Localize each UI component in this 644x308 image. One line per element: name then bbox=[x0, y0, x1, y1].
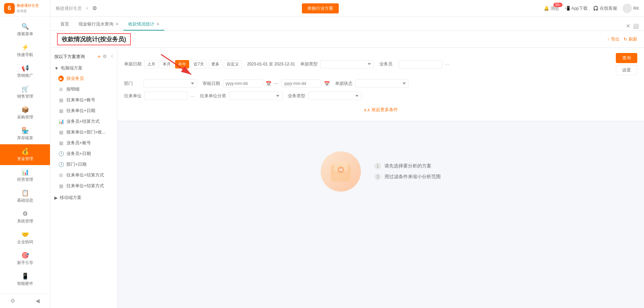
basic-icon: 📋 bbox=[21, 189, 29, 197]
collapse-filter-btn[interactable]: ∧∧ 收起更多条件 bbox=[124, 104, 637, 115]
query-btn[interactable]: 查询 bbox=[616, 53, 637, 63]
filter-partner-label: 往来单位 bbox=[124, 93, 142, 99]
filter-partner-cat-label: 往来单位分类 bbox=[200, 93, 226, 99]
tree-item-dept-date[interactable]: 🕐 部门+日期 bbox=[50, 159, 117, 170]
finance-icon: 💰 bbox=[21, 148, 29, 155]
tab-close-all[interactable]: ✕ bbox=[626, 23, 630, 29]
filter-salesman-input[interactable] bbox=[399, 60, 442, 68]
sidebar-item-basic[interactable]: 📋 基础信息 bbox=[0, 186, 50, 207]
filter-partner-item: 往来单位 ··· bbox=[124, 92, 195, 100]
sidebar-item-sales[interactable]: 🛒 销售管理 bbox=[0, 82, 50, 103]
sidebar-footer: ⚙ ◀ bbox=[0, 293, 50, 308]
item-by-salesman-label: 按业务员 bbox=[66, 75, 84, 82]
topbar-gear-icon[interactable]: ⚙ bbox=[92, 5, 97, 11]
sidebar-item-marketing[interactable]: 📢 营销推广 bbox=[0, 61, 50, 82]
sidebar-item-hardware[interactable]: 📱 智能硬件 bbox=[0, 269, 50, 290]
sidebar-item-inventory[interactable]: 🏪 库存核算 bbox=[0, 123, 50, 144]
tab-bank-close[interactable]: ✕ bbox=[115, 22, 119, 27]
item-by-detail-label: 按明细 bbox=[66, 86, 79, 92]
tree-item-salesman-payment[interactable]: 📊 业务员+结算方式 bbox=[50, 116, 117, 127]
filter-doc-status-label: 单据状态 bbox=[335, 81, 353, 87]
item-unit-account-label: 往来单位+账号 bbox=[66, 97, 95, 103]
filter-salesman-more[interactable]: ··· bbox=[445, 61, 449, 67]
date-dash: — bbox=[274, 81, 278, 86]
tab-receipt-close[interactable]: ✕ bbox=[156, 22, 160, 27]
filter-partner-more[interactable]: ··· bbox=[191, 93, 195, 99]
sidebar-item-guide[interactable]: 🎯 新手引导 bbox=[0, 248, 50, 269]
filter-audit-from[interactable] bbox=[223, 80, 263, 88]
settings-btn[interactable]: 设置 bbox=[616, 65, 637, 75]
sidebar-item-enterprise[interactable]: 🤝 企业协同 bbox=[0, 227, 50, 248]
sidebar-item-quicknav[interactable]: ⚡ 快捷导航 bbox=[0, 40, 50, 61]
tree-item-unit-payment1[interactable]: ⊞ 往来单位+结算方式 bbox=[50, 170, 117, 181]
user-area[interactable]: Rit bbox=[623, 4, 639, 13]
date-btn-last-month[interactable]: 上月 bbox=[144, 60, 158, 68]
tree-section-pc-title[interactable]: ▼ 电脑端方案 bbox=[50, 63, 117, 73]
sidebar-settings-btn[interactable]: ⚙ bbox=[10, 298, 15, 304]
tab-bank-label: 现金银行流水查询 bbox=[78, 21, 113, 27]
panel-header: 按以下方案查询 + ⚙ 《 bbox=[50, 52, 117, 63]
date-btn-this-month[interactable]: 本月 bbox=[160, 60, 174, 68]
add-scheme-btn[interactable]: + bbox=[98, 54, 101, 60]
empty-text-area: 1 请先选择要分析的方案 2 用过滤条件来缩小分析范围 bbox=[374, 163, 441, 180]
message-btn[interactable]: 🔔 消息 99+ bbox=[544, 5, 559, 11]
filter-dept-select[interactable] bbox=[144, 79, 197, 88]
filter-biz-type-label: 业务类型 bbox=[288, 93, 305, 99]
calendar-icon-2[interactable]: 📅 bbox=[324, 81, 330, 86]
panel-title: 按以下方案查询 bbox=[54, 54, 85, 60]
sidebar-collapse-btn[interactable]: ◀ bbox=[36, 298, 40, 304]
calendar-icon-1[interactable]: 📅 bbox=[266, 81, 271, 86]
sidebar-item-search[interactable]: 🔍 搜索菜单 bbox=[0, 19, 50, 40]
filter-partner-input[interactable] bbox=[144, 92, 188, 100]
date-btn-custom[interactable]: 自定义 bbox=[224, 60, 242, 68]
item-unit-date-label: 往来单位+日期 bbox=[66, 108, 95, 114]
empty-step2-text: 用过滤条件来缩小分析范围 bbox=[384, 174, 441, 180]
trial-btn[interactable]: 体验行业方案 bbox=[302, 3, 339, 13]
tab-bank[interactable]: 现金银行流水查询 ✕ bbox=[74, 18, 123, 31]
filter-doctype-select[interactable] bbox=[320, 60, 374, 68]
sidebar-item-system[interactable]: ⚙ 系统管理 bbox=[0, 207, 50, 227]
sidebar-item-wechat[interactable]: 💬 企业微信 bbox=[0, 290, 50, 293]
step-num-1: 1 bbox=[374, 163, 381, 169]
filter-audit-date-label: 审核日期 bbox=[203, 81, 220, 87]
sidebar-item-finance[interactable]: 💰 资金管理 bbox=[0, 144, 50, 165]
filter-partner-cat-select[interactable] bbox=[229, 92, 282, 100]
tree-item-unit-payment2[interactable]: ▦ 往来单位+结算方式 bbox=[50, 181, 117, 191]
export-btn[interactable]: ↑ 导出 bbox=[607, 36, 620, 42]
tree-section-mobile-title[interactable]: ▶ 移动端方案 bbox=[50, 193, 117, 203]
filter-doc-status-select[interactable] bbox=[355, 79, 409, 88]
tab-home[interactable]: 首页 bbox=[56, 18, 74, 31]
main-area: 畅捷通好生意 ▾ ⚙ 体验行业方案 🔔 消息 99+ 📲 App下载 🎧 在线客… bbox=[50, 0, 644, 308]
collapse-panel-btn[interactable]: 《 bbox=[109, 54, 113, 60]
tab-maximize[interactable]: ⬜ bbox=[633, 23, 639, 29]
filter-biz-type-select[interactable] bbox=[308, 92, 362, 100]
content-area: 按以下方案查询 + ⚙ 《 ▼ 电脑端方案 ▶ 按业务员 bbox=[50, 48, 644, 308]
filter-doctype-item: 单据类型 bbox=[300, 60, 374, 68]
filter-salesman-label: 业务员 bbox=[379, 61, 396, 67]
table-icon-2: ▦ bbox=[58, 108, 64, 113]
date-btn-7days[interactable]: 近7天 bbox=[191, 60, 207, 68]
sidebar-item-purchase[interactable]: 📦 采购管理 bbox=[0, 103, 50, 123]
tree-item-unit-dept[interactable]: ▦ 按来单位+部门+收... bbox=[50, 127, 117, 138]
date-btn-more[interactable]: 更多 bbox=[208, 60, 222, 68]
date-from: 2023-01-01 bbox=[247, 62, 268, 66]
filter-audit-to[interactable] bbox=[281, 80, 321, 88]
date-range-display: 2023-01-01 至 2023-12-31 bbox=[247, 61, 295, 67]
user-avatar bbox=[623, 4, 632, 13]
tree-item-by-salesman[interactable]: ▶ 按业务员 bbox=[50, 73, 117, 84]
online-service-btn[interactable]: 🎧 在线客服 bbox=[593, 5, 617, 11]
tree-item-salesman-account[interactable]: ▦ 业务员+账号 bbox=[50, 138, 117, 148]
tab-receipt[interactable]: 收款情况统计 ✕ bbox=[123, 18, 164, 31]
tree-section-pc: ▼ 电脑端方案 ▶ 按业务员 ⊞ 按明细 ▦ 往来单位+账号 bbox=[50, 63, 117, 191]
scheme-settings-icon[interactable]: ⚙ bbox=[103, 54, 107, 60]
date-btn-this-year[interactable]: 本年 bbox=[175, 60, 189, 68]
clock-icon-1: 🕐 bbox=[58, 151, 64, 156]
refresh-btn[interactable]: ↻ 刷新 bbox=[624, 36, 637, 42]
tree-item-unit-date[interactable]: ▦ 往来单位+日期 bbox=[50, 105, 117, 116]
sidebar-item-business[interactable]: 📊 经营管理 bbox=[0, 165, 50, 186]
tree-item-by-detail[interactable]: ⊞ 按明细 bbox=[50, 84, 117, 95]
app-download-btn[interactable]: 📲 App下载 bbox=[565, 5, 588, 11]
tree-item-unit-account[interactable]: ▦ 往来单位+账号 bbox=[50, 95, 117, 105]
item-dept-date-label: 部门+日期 bbox=[66, 161, 87, 167]
tree-item-salesman-date[interactable]: 🕐 业务员+日期 bbox=[50, 148, 117, 159]
